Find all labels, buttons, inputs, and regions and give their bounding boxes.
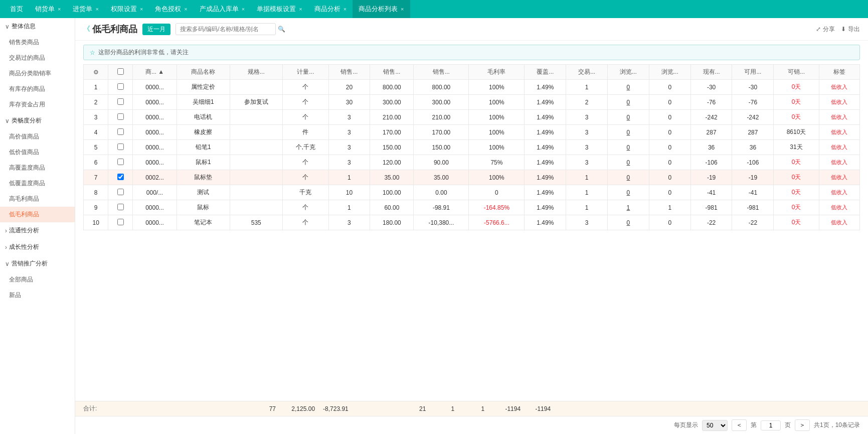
nav-product-analysis-close[interactable]: × xyxy=(343,6,346,12)
row-select-checkbox[interactable] xyxy=(117,159,124,165)
collapse-button[interactable]: 《 xyxy=(83,25,90,34)
row-available: -22 xyxy=(732,215,774,230)
nav-finished-goods[interactable]: 产成品入库单 × xyxy=(194,0,251,18)
sidebar-item-in-stock[interactable]: 有库存的商品 xyxy=(0,81,75,97)
nav-template-close[interactable]: × xyxy=(299,6,302,12)
row-select-checkbox[interactable] xyxy=(117,143,124,150)
sidebar-section-popularity[interactable]: ∨ 类畅度分析 xyxy=(0,112,75,129)
notice-bar: ☆ 这部分商品的利润非常低，请关注 xyxy=(83,45,860,60)
col-available[interactable]: 可用... xyxy=(732,65,774,80)
col-code[interactable]: 商... ▲ xyxy=(132,65,177,80)
share-button[interactable]: ⤢ 分享 xyxy=(816,25,835,34)
nav-purchase-close[interactable]: × xyxy=(95,6,98,12)
col-views1[interactable]: 浏览... xyxy=(608,65,649,80)
nav-template-settings[interactable]: 单据模板设置 × xyxy=(251,0,308,18)
nav-product-analysis-list[interactable]: 商品分析列表 × xyxy=(353,0,410,18)
row-checkbox[interactable] xyxy=(108,95,133,110)
row-select-checkbox[interactable] xyxy=(117,98,124,105)
row-select-checkbox[interactable] xyxy=(117,83,124,90)
row-checkbox[interactable] xyxy=(108,155,133,170)
row-select-checkbox[interactable] xyxy=(117,113,124,120)
row-views1[interactable]: 1 xyxy=(608,200,649,215)
sidebar-item-high-value[interactable]: 高价值商品 xyxy=(0,129,75,144)
row-views1[interactable]: 0 xyxy=(608,215,649,230)
sidebar-section-overall[interactable]: ∨ 整体信息 xyxy=(0,18,75,35)
col-views2[interactable]: 浏览... xyxy=(649,65,690,80)
row-select-checkbox[interactable] xyxy=(117,204,124,210)
sidebar-item-high-coverage[interactable]: 高覆盖度商品 xyxy=(0,160,75,176)
col-unit[interactable]: 计量... xyxy=(283,65,328,80)
nav-sales-close[interactable]: × xyxy=(58,6,61,12)
row-checkbox[interactable] xyxy=(108,200,133,215)
row-no: 3 xyxy=(84,110,108,125)
sidebar-section-circulation[interactable]: › 流通性分析 xyxy=(0,222,75,239)
sidebar-item-low-coverage[interactable]: 低覆盖度商品 xyxy=(0,176,75,191)
sidebar-section-marketing[interactable]: ∨ 营销推广分析 xyxy=(0,255,75,272)
col-transaction[interactable]: 交易... xyxy=(566,65,608,80)
nav-purchase[interactable]: 进货单 × xyxy=(67,0,104,18)
col-sales-qty[interactable]: 销售... xyxy=(328,65,370,80)
nav-product-analysis[interactable]: 商品分析 × xyxy=(308,0,353,18)
row-checkbox[interactable] xyxy=(108,125,133,140)
row-views1[interactable]: 0 xyxy=(608,170,649,185)
search-icon[interactable]: 🔍 xyxy=(278,26,285,33)
nav-sales[interactable]: 销货单 × xyxy=(29,0,67,18)
export-button[interactable]: ⬇ 导出 xyxy=(841,25,860,34)
row-select-checkbox[interactable] xyxy=(117,128,124,135)
sidebar-section-growth[interactable]: › 成长性分析 xyxy=(0,239,75,255)
data-table-wrapper: ⚙ 商... ▲ 商品名称 规格... 计量... 销售... 销售... 销售… xyxy=(75,64,868,401)
row-checkbox[interactable] xyxy=(108,110,133,125)
row-views1[interactable]: 0 xyxy=(608,125,649,140)
col-sales-amount[interactable]: 销售... xyxy=(414,65,469,80)
row-select-checkbox[interactable] xyxy=(117,189,124,195)
col-saleable[interactable]: 可销... xyxy=(774,65,819,80)
sidebar-item-inventory-capital[interactable]: 库存资金占用 xyxy=(0,97,75,112)
row-views1[interactable]: 0 xyxy=(608,185,649,200)
sidebar-item-new-products[interactable]: 新品 xyxy=(0,287,75,303)
col-spec[interactable]: 规格... xyxy=(230,65,283,80)
sidebar-item-low-margin[interactable]: 低毛利商品 xyxy=(0,207,75,222)
sidebar-item-all-products[interactable]: 全部商品 xyxy=(0,272,75,287)
row-checkbox[interactable] xyxy=(108,215,133,230)
nav-permissions-close[interactable]: × xyxy=(140,6,143,12)
sidebar-item-category-rate[interactable]: 商品分类助销率 xyxy=(0,66,75,81)
prev-page-button[interactable]: ＜ xyxy=(732,419,747,431)
col-name[interactable]: 商品名称 xyxy=(177,65,230,80)
sidebar-item-sales-products[interactable]: 销售类商品 xyxy=(0,35,75,50)
next-page-button[interactable]: ＞ xyxy=(795,419,810,431)
col-checkbox[interactable] xyxy=(108,65,133,80)
nav-roles[interactable]: 角色授权 × xyxy=(149,0,193,18)
search-input[interactable] xyxy=(176,23,276,35)
row-views1[interactable]: 0 xyxy=(608,80,649,95)
row-checkbox[interactable] xyxy=(108,80,133,95)
row-checkbox[interactable] xyxy=(108,170,133,185)
row-tag: 低收入 xyxy=(819,215,859,230)
nav-roles-close[interactable]: × xyxy=(184,6,187,12)
nav-home[interactable]: 首页 xyxy=(4,0,29,18)
sidebar-item-low-value[interactable]: 低价值商品 xyxy=(0,144,75,160)
nav-permissions[interactable]: 权限设置 × xyxy=(105,0,149,18)
row-views1[interactable]: 0 xyxy=(608,95,649,110)
row-unit: 个 xyxy=(283,110,328,125)
row-views1[interactable]: 0 xyxy=(608,140,649,155)
time-filter-button[interactable]: 近一月 xyxy=(142,24,170,35)
sidebar-item-traded-products[interactable]: 交易过的商品 xyxy=(0,50,75,66)
select-all-checkbox[interactable] xyxy=(117,68,124,75)
row-select-checkbox[interactable] xyxy=(117,219,124,225)
sidebar-item-high-margin[interactable]: 高毛利商品 xyxy=(0,191,75,207)
col-current-stock[interactable]: 现有... xyxy=(690,65,732,80)
col-sales-price[interactable]: 销售... xyxy=(370,65,414,80)
nav-product-analysis-list-close[interactable]: × xyxy=(401,6,404,12)
col-settings[interactable]: ⚙ xyxy=(84,65,108,80)
col-coverage[interactable]: 覆盖... xyxy=(525,65,566,80)
row-views1[interactable]: 0 xyxy=(608,155,649,170)
col-tag[interactable]: 标签 xyxy=(819,65,859,80)
row-select-checkbox[interactable] xyxy=(117,174,124,180)
row-checkbox[interactable] xyxy=(108,140,133,155)
page-number-input[interactable] xyxy=(761,420,781,430)
col-gross-margin[interactable]: 毛利率 xyxy=(469,65,525,80)
row-views1[interactable]: 0 xyxy=(608,110,649,125)
page-size-select[interactable]: 50 100 200 xyxy=(702,420,728,431)
nav-finished-goods-close[interactable]: × xyxy=(242,6,245,12)
row-checkbox[interactable] xyxy=(108,185,133,200)
